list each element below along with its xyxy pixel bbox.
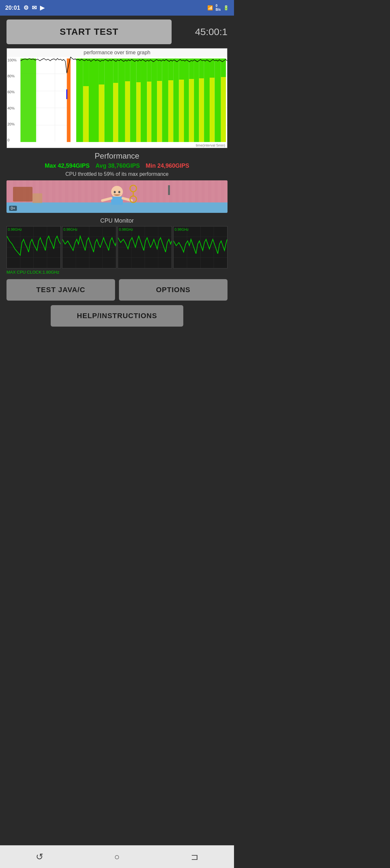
cpu-core-3: 0.98GHz [118, 226, 172, 269]
svg-rect-44 [179, 59, 184, 80]
wifi-icon: 📶 [207, 5, 213, 10]
ad-banner[interactable]: 0+ [6, 180, 228, 213]
svg-rect-63 [111, 196, 123, 205]
svg-point-67 [118, 191, 120, 193]
cpu-core-2-svg [62, 226, 116, 268]
svg-rect-72 [32, 193, 42, 203]
svg-rect-37 [157, 81, 162, 142]
stat-min: Min 24,960GIPS [146, 162, 189, 169]
status-right: 📶 0B/s 🔋 [207, 4, 229, 12]
y-label-40: 40% [7, 106, 19, 110]
cpu-core-1-freq: 0.98GHz [8, 227, 22, 231]
performance-stats: Max 42,594GIPS Avg 38,760GIPS Min 24,960… [6, 162, 228, 169]
svg-rect-18 [77, 59, 83, 142]
help-btn-container: HELP/INSTRUCTIONS [6, 305, 228, 327]
ad-rating: 0+ [9, 206, 17, 211]
battery-icon: 🔋 [223, 5, 229, 10]
svg-rect-31 [137, 82, 141, 142]
network-speed: 0B/s [215, 4, 221, 12]
y-label-0: 0 [7, 138, 19, 142]
svg-rect-33 [141, 59, 147, 142]
svg-rect-51 [204, 59, 210, 142]
svg-rect-39 [162, 59, 168, 142]
top-row: START TEST 45:00:1 [6, 20, 228, 44]
cpu-core-1-svg [7, 226, 60, 268]
cpu-core-2: 0.98GHz [62, 226, 116, 269]
status-bar: 20:01 ⚙ ✉ ▶ 📶 0B/s 🔋 [0, 0, 234, 16]
test-java-c-button[interactable]: TEST JAVA/C [6, 279, 115, 301]
graph-title: performance over time graph [7, 49, 227, 57]
svg-rect-71 [13, 187, 32, 202]
svg-rect-54 [214, 59, 221, 142]
graph-area: 100% 80% 60% 40% 20% 0 [7, 57, 227, 148]
svg-rect-42 [173, 59, 179, 142]
cpu-monitor-section: CPU Monitor 0.98GHz 0.98GHz [6, 217, 228, 275]
svg-point-62 [111, 186, 123, 197]
svg-rect-30 [130, 59, 136, 142]
cpu-monitor-title: CPU Monitor [6, 217, 228, 224]
svg-rect-25 [113, 83, 118, 142]
graph-canvas [21, 57, 227, 142]
cpu-core-4-svg [174, 226, 227, 268]
performance-section: Performance Max 42,594GIPS Avg 38,760GIP… [6, 151, 228, 177]
timer-display: 45:00:1 [176, 26, 228, 37]
cpu-core-4: 0.98GHz [173, 226, 228, 269]
main-content: START TEST 45:00:1 performance over time… [0, 16, 234, 337]
graph-x-label: time(interval 5min) [196, 143, 225, 147]
max-cpu-label: MAX CPU CLOCK:1.80GHz [6, 270, 228, 275]
svg-rect-41 [168, 59, 173, 80]
svg-rect-17 [70, 57, 76, 142]
svg-rect-26 [113, 59, 118, 83]
performance-svg [21, 57, 227, 142]
graph-y-labels: 100% 80% 60% 40% 20% 0 [7, 57, 21, 148]
performance-title: Performance [6, 151, 228, 160]
y-label-20: 20% [7, 122, 19, 126]
time-display: 20:01 [5, 5, 20, 11]
svg-rect-22 [99, 85, 104, 142]
stat-avg: Avg 38,760GIPS [95, 162, 140, 169]
cpu-core-3-svg [118, 226, 172, 268]
ad-illustration [6, 180, 228, 213]
svg-point-66 [114, 191, 116, 193]
help-instructions-button[interactable]: HELP/INSTRUCTIONS [51, 305, 183, 327]
svg-rect-43 [179, 80, 184, 142]
svg-rect-15 [21, 59, 36, 142]
y-label-100: 100% [7, 58, 19, 62]
play-icon: ▶ [40, 4, 44, 11]
cpu-core-4-freq: 0.98GHz [175, 227, 188, 231]
buttons-row: TEST JAVA/C OPTIONS [6, 279, 228, 301]
svg-rect-49 [199, 78, 204, 142]
svg-rect-20 [83, 59, 89, 86]
svg-rect-40 [168, 80, 173, 142]
start-test-button[interactable]: START TEST [6, 20, 172, 44]
svg-rect-23 [99, 59, 104, 85]
svg-rect-24 [104, 59, 113, 142]
y-label-80: 80% [7, 74, 19, 78]
svg-rect-45 [184, 59, 189, 142]
svg-rect-36 [151, 59, 157, 142]
svg-rect-35 [147, 59, 151, 82]
svg-rect-29 [125, 59, 130, 81]
svg-rect-34 [147, 82, 151, 142]
svg-rect-21 [89, 59, 99, 142]
status-left: 20:01 ⚙ ✉ ▶ [5, 4, 44, 11]
cpu-core-3-freq: 0.98GHz [119, 227, 133, 231]
svg-rect-19 [83, 86, 89, 142]
svg-rect-74 [168, 185, 170, 195]
throttle-text: CPU throttled to 59% of its max performa… [6, 171, 228, 177]
svg-rect-32 [137, 59, 141, 82]
svg-rect-38 [157, 59, 162, 81]
stat-max: Max 42,594GIPS [45, 162, 90, 169]
svg-rect-52 [210, 78, 214, 142]
cpu-core-2-freq: 0.98GHz [63, 227, 77, 231]
y-label-60: 60% [7, 90, 19, 94]
cpu-graphs-row: 0.98GHz 0.98GHz [6, 226, 228, 269]
mail-icon: ✉ [32, 4, 37, 11]
svg-rect-46 [189, 79, 194, 142]
cpu-core-1: 0.98GHz [6, 226, 61, 269]
ad-svg [6, 180, 228, 213]
settings-icon: ⚙ [23, 4, 29, 11]
svg-rect-48 [194, 59, 199, 142]
options-button[interactable]: OPTIONS [119, 279, 228, 301]
svg-rect-28 [125, 81, 130, 142]
